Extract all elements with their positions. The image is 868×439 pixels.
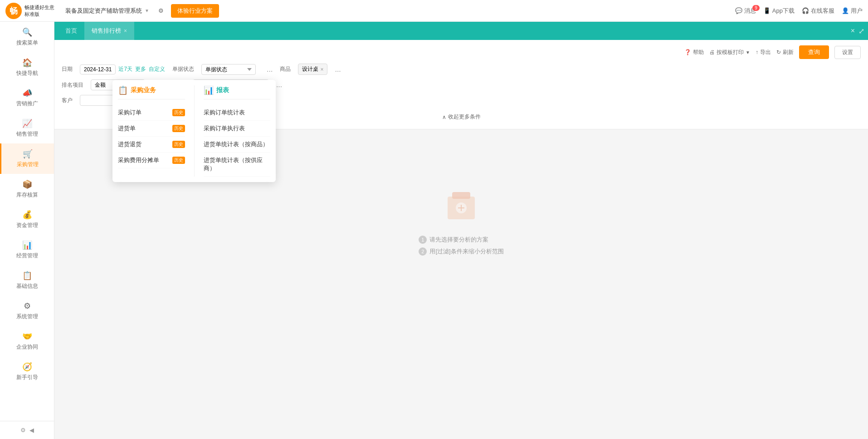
goods-tag[interactable]: 设计桌 × xyxy=(298,64,327,75)
print-icon: 🖨 xyxy=(709,49,715,55)
menu-item-purchase-order[interactable]: 采购订单 历史 xyxy=(118,105,185,121)
main-layout: 🔍 搜索菜单 🏠 快捷导航 📣 营销推广 📈 销售管理 🛒 采购管理 📦 xyxy=(0,22,868,439)
sales-icon: 📈 xyxy=(22,118,32,128)
sidebar-collapse-icon[interactable]: ◀ xyxy=(29,427,34,434)
doc-status-label: 单据状态 xyxy=(172,65,194,73)
goods-tag-close[interactable]: × xyxy=(320,66,323,73)
sidebar-item-purchase[interactable]: 🛒 采购管理 xyxy=(0,143,54,174)
sidebar-item-finance[interactable]: 💰 资金管理 xyxy=(0,204,54,235)
menu-col-report-title: 📊 报表 xyxy=(204,85,271,99)
logo-icon: 畅 xyxy=(5,3,22,19)
print-arrow-icon: ▼ xyxy=(746,50,750,55)
goods-dots[interactable]: ... xyxy=(335,65,341,74)
query-button[interactable]: 查询 xyxy=(799,45,829,59)
customer-label: 客户 xyxy=(62,97,73,104)
finance-icon: 💰 xyxy=(22,210,32,220)
goods-label: 商品 xyxy=(280,65,291,73)
sidebar: 🔍 搜索菜单 🏠 快捷导航 📣 营销推广 📈 销售管理 🛒 采购管理 📦 xyxy=(0,22,54,439)
set-button[interactable]: 设置 xyxy=(834,46,861,59)
hint-item-2: 2 用[过滤]条件来缩小分析范围 xyxy=(419,246,503,257)
sidebar-item-system[interactable]: ⚙ 系统管理 xyxy=(0,296,54,326)
sidebar-item-collab[interactable]: 🤝 企业协同 xyxy=(0,326,54,356)
sidebar-item-inventory[interactable]: 📦 库存核算 xyxy=(0,174,54,204)
sidebar-item-operations[interactable]: 📊 经营管理 xyxy=(0,235,54,265)
inventory-icon: 📦 xyxy=(22,179,32,189)
menu-item-order-exec[interactable]: 采购订单执行表 xyxy=(204,121,271,137)
purchase-icon: 🛒 xyxy=(23,149,33,159)
menu-col-report: 📊 报表 采购订单统计表 采购订单执行表 进货单统计表（按商品） xyxy=(204,85,271,177)
system-icon: ⚙ xyxy=(24,301,31,311)
bottom-settings-icon[interactable]: ⚙ xyxy=(20,427,26,434)
date-link-more[interactable]: 更多 xyxy=(135,65,146,73)
history-badge-0: 历史 xyxy=(172,109,185,116)
salesman-dots[interactable]: ... xyxy=(276,81,282,89)
export-icon: ↑ xyxy=(756,49,758,55)
svg-rect-1 xyxy=(452,192,470,199)
history-badge-1: 历史 xyxy=(172,125,185,132)
tab-right-actions: × ⤢ xyxy=(851,27,864,35)
toolbar-right: ❓ 帮助 🖨 按模板打印 ▼ ↑ 导出 xyxy=(684,45,861,59)
message-icon: 💬 xyxy=(735,7,742,14)
sidebar-bottom: ⚙ ◀ xyxy=(0,421,54,439)
tab-resize-btn[interactable]: ⤢ xyxy=(858,27,864,35)
home-icon: 🏠 xyxy=(22,58,32,68)
menu-item-return[interactable]: 进货退货 历史 xyxy=(118,137,185,153)
system-title[interactable]: 装备及固定资产辅助管理系统 ▼ xyxy=(60,7,155,15)
collab-icon: 🤝 xyxy=(22,331,32,341)
message-item[interactable]: 💬 消息 9 xyxy=(735,7,756,15)
export-btn[interactable]: ↑ 导出 xyxy=(756,49,771,56)
headset-icon: 🎧 xyxy=(802,7,809,14)
info-icon: 📋 xyxy=(22,271,32,281)
help-btn[interactable]: ❓ 帮助 xyxy=(684,49,704,56)
menu-item-receipt-stats-supplier[interactable]: 进货单统计表（按供应商） xyxy=(204,153,271,177)
refresh-icon: ↻ xyxy=(776,49,781,55)
tab-bar: 首页 销售排行榜 × × ⤢ xyxy=(54,22,868,40)
user-item[interactable]: 👤 用户 xyxy=(842,7,863,15)
settings-icon-btn[interactable]: ⚙ xyxy=(155,5,167,17)
app-container: 畅 畅捷通好生意 标准版 装备及固定资产辅助管理系统 ▼ ⚙ 体验行业方案 💬 … xyxy=(0,0,868,439)
filter-row-date: 日期 2024-12-31 近7天 更多 自定义 单据状态 单据状态 ... 商… xyxy=(62,64,861,75)
app-download-item[interactable]: 📱 App下载 xyxy=(763,7,795,15)
date-link-custom[interactable]: 自定义 xyxy=(149,65,165,73)
collapse-button[interactable]: ∧ 收起更多条件 xyxy=(442,113,481,121)
sidebar-item-sales[interactable]: 📈 销售管理 xyxy=(0,113,54,143)
hint-item-1: 1 请先选择要分析的方案 xyxy=(419,234,503,246)
empty-hints: 1 请先选择要分析的方案 2 用[过滤]条件来缩小分析范围 xyxy=(419,234,503,257)
sidebar-item-marketing[interactable]: 📣 营销推广 xyxy=(0,83,54,113)
tab-sales-rank[interactable]: 销售排行榜 × xyxy=(84,22,134,40)
industry-button[interactable]: 体验行业方案 xyxy=(171,4,219,18)
logo-text: 畅捷通好生意 标准版 xyxy=(24,4,54,17)
menu-item-expense[interactable]: 采购费用分摊单 历史 xyxy=(118,153,185,168)
menu-item-order-stats[interactable]: 采购订单统计表 xyxy=(204,105,271,121)
marketing-icon: 📣 xyxy=(22,88,32,98)
top-bar: 畅 畅捷通好生意 标准版 装备及固定资产辅助管理系统 ▼ ⚙ 体验行业方案 💬 … xyxy=(0,0,868,22)
tab-home[interactable]: 首页 xyxy=(58,22,84,40)
sidebar-item-quick-nav[interactable]: 🏠 快捷导航 xyxy=(0,52,54,83)
sidebar-item-search[interactable]: 🔍 搜索菜单 xyxy=(0,22,54,52)
page-content: ❓ 帮助 🖨 按模板打印 ▼ ↑ 导出 xyxy=(54,40,868,439)
refresh-btn[interactable]: ↻ 刷新 xyxy=(776,49,794,56)
online-service-item[interactable]: 🎧 在线客服 xyxy=(802,7,834,15)
doc-status-dots[interactable]: ... xyxy=(267,65,273,74)
empty-illustration xyxy=(439,183,484,228)
doc-status-select[interactable]: 单据状态 xyxy=(201,64,256,75)
collapse-icon: ∧ xyxy=(442,114,446,120)
history-badge-3: 历史 xyxy=(172,157,185,164)
sidebar-item-guide[interactable]: 🧭 新手引导 xyxy=(0,356,54,387)
menu-item-receipt[interactable]: 进货单 历史 xyxy=(118,121,185,137)
top-right: 💬 消息 9 📱 App下载 🎧 在线客服 👤 用户 xyxy=(735,7,863,15)
rank-label: 排名项目 xyxy=(62,81,83,89)
menu-item-receipt-stats-goods[interactable]: 进货单统计表（按商品） xyxy=(204,137,271,153)
menu-col-purchase: 📋 采购业务 采购订单 历史 进货单 历史 进货退货 xyxy=(118,85,185,177)
content-area: 首页 销售排行榜 × × ⤢ xyxy=(54,22,868,439)
tab-close-icon[interactable]: × xyxy=(124,28,127,34)
guide-icon: 🧭 xyxy=(22,362,32,372)
date-link-7days[interactable]: 近7天 xyxy=(118,65,132,73)
logo-area: 畅 畅捷通好生意 标准版 xyxy=(5,3,60,19)
tab-close-btn[interactable]: × xyxy=(851,27,855,35)
sidebar-item-basic-info[interactable]: 📋 基础信息 xyxy=(0,265,54,296)
print-btn[interactable]: 🖨 按模板打印 ▼ xyxy=(709,49,750,56)
date-label: 日期 xyxy=(62,65,73,73)
history-badge-2: 历史 xyxy=(172,141,185,148)
date-value[interactable]: 2024-12-31 xyxy=(80,64,116,74)
